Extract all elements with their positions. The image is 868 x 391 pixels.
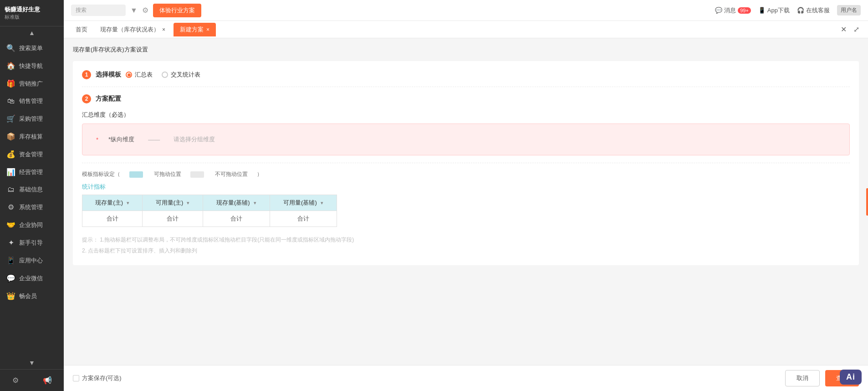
tab-inventory-close-icon[interactable]: × bbox=[162, 26, 165, 33]
dimension-box[interactable]: * *纵向维度 —— 请选择分组维度 bbox=[82, 123, 850, 155]
step1-divider bbox=[82, 87, 850, 87]
speaker-icon[interactable]: 📢 bbox=[40, 373, 55, 387]
radio-summary-label: 汇总表 bbox=[135, 71, 153, 79]
sidebar-item-marketing[interactable]: 🎁 营销推广 bbox=[0, 75, 64, 93]
sidebar-item-inventory[interactable]: 📦 库存核算 bbox=[0, 128, 64, 145]
bottom-bar: 方案保存(可选) 取消 查询 bbox=[64, 365, 868, 391]
sidebar-scroll-down[interactable]: ▼ bbox=[0, 356, 64, 369]
col-available-main-label: 可用量(主) bbox=[156, 199, 184, 207]
phone-icon: 📱 bbox=[6, 256, 15, 265]
sidebar-label-guide: 新手引导 bbox=[19, 239, 43, 247]
sidebar-item-cooperation[interactable]: 🤝 企业协同 bbox=[0, 216, 64, 234]
sidebar-item-member[interactable]: 👑 畅会员 bbox=[0, 287, 64, 305]
tab-inventory-label: 现存量（库存状况表） bbox=[100, 26, 159, 34]
app-edition: 标准版 bbox=[5, 14, 59, 21]
col-available-main-header[interactable]: 可用量(主) ▾ bbox=[143, 195, 203, 211]
sidebar-item-shortcut[interactable]: 🏠 快捷导航 bbox=[0, 57, 64, 75]
app-download-item[interactable]: 📱 App下载 bbox=[758, 6, 790, 15]
app-name: 畅赚通好生意 bbox=[5, 5, 59, 14]
tab-new-plan[interactable]: 新建方案 × bbox=[174, 23, 216, 36]
tab-new-plan-close-icon[interactable]: × bbox=[206, 26, 209, 33]
save-check-label[interactable]: 方案保存(可选) bbox=[73, 374, 122, 382]
search-box: 搜索 bbox=[71, 5, 126, 16]
col-available-main-chevron[interactable]: ▾ bbox=[187, 200, 189, 206]
indicator-table: 现存量(主) ▾ 可用量(主) ▾ bbox=[82, 195, 337, 227]
legend-suffix-label: ） bbox=[257, 170, 262, 178]
message-count-badge: 99+ bbox=[738, 7, 751, 14]
col-available-aux-chevron[interactable]: ▾ bbox=[321, 200, 323, 206]
step2-num: 2 bbox=[82, 94, 91, 103]
table-header-row: 现存量(主) ▾ 可用量(主) ▾ bbox=[82, 195, 337, 211]
draggable-legend-box bbox=[129, 171, 143, 178]
app-download-label: App下载 bbox=[767, 6, 790, 15]
sidebar-item-guide[interactable]: ✦ 新手引导 bbox=[0, 234, 64, 252]
scroll-down-icon[interactable]: ▼ bbox=[29, 359, 35, 366]
money-icon: 💰 bbox=[6, 150, 15, 159]
dim-dash: —— bbox=[148, 136, 160, 143]
step1-header: 1 选择模板 汇总表 交叉统计表 bbox=[82, 70, 850, 79]
save-checkbox[interactable] bbox=[73, 375, 79, 381]
radio-cross-label: 交叉统计表 bbox=[171, 71, 200, 79]
template-radio-group: 汇总表 交叉统计表 bbox=[126, 71, 200, 79]
tip-2: 2. 点击标题栏下拉可设置排序、插入列和删除列 bbox=[82, 245, 850, 256]
col-present-main-header[interactable]: 现存量(主) ▾ bbox=[82, 195, 143, 211]
sidebar-item-sales[interactable]: 🛍 销售管理 bbox=[0, 93, 64, 110]
radio-cross[interactable]: 交叉统计表 bbox=[162, 71, 200, 79]
sidebar-item-finance[interactable]: 💰 资金管理 bbox=[0, 145, 64, 163]
user-avatar[interactable]: 用户名 bbox=[837, 5, 861, 15]
customer-service-label: 在线客服 bbox=[806, 6, 830, 15]
col-present-main-chevron[interactable]: ▾ bbox=[127, 200, 129, 206]
experience-button[interactable]: 体验行业方案 bbox=[153, 4, 201, 17]
tab-inventory-status[interactable]: 现存量（库存状况表） × bbox=[94, 23, 172, 36]
sidebar-item-search[interactable]: 🔍 搜索菜单 bbox=[0, 39, 64, 57]
user-name: 用户名 bbox=[841, 7, 857, 13]
bag-icon: 🛍 bbox=[6, 97, 15, 105]
home-icon: 🏠 bbox=[6, 62, 15, 70]
vertical-dim-label: *纵向维度 bbox=[108, 135, 134, 144]
sidebar-item-appstore[interactable]: 📱 应用中心 bbox=[0, 252, 64, 269]
sidebar-label-basic: 基础信息 bbox=[19, 185, 43, 194]
tabs-bar: 首页 现存量（库存状况表） × 新建方案 × ✕ ⤢ bbox=[64, 21, 868, 38]
cancel-button[interactable]: 取消 bbox=[785, 370, 820, 386]
fixed-legend-box bbox=[190, 171, 204, 178]
col-present-aux-header[interactable]: 现存量(基辅) ▾ bbox=[203, 195, 270, 211]
customer-service-item[interactable]: 🎧 在线客服 bbox=[797, 6, 830, 15]
sidebar-item-basic[interactable]: 🗂 基础信息 bbox=[0, 181, 64, 198]
col-available-aux-header[interactable]: 可用量(基辅) ▾ bbox=[270, 195, 337, 211]
expand-icon[interactable]: ⤢ bbox=[852, 25, 861, 34]
sidebar-label-search: 搜索菜单 bbox=[19, 44, 43, 52]
settings-icon[interactable]: ⚙ bbox=[10, 373, 21, 387]
cell-available-main-sub: 合计 bbox=[143, 211, 203, 227]
tab-new-plan-label: 新建方案 bbox=[180, 26, 204, 34]
scroll-up-icon[interactable]: ▲ bbox=[29, 29, 35, 36]
ai-badge[interactable]: Ai bbox=[840, 370, 862, 385]
step2-header: 2 方案配置 bbox=[82, 94, 850, 103]
draggable-label: 可拖动位置 bbox=[154, 170, 181, 178]
sidebar-label-system: 系统管理 bbox=[19, 203, 43, 211]
sidebar-item-wechat[interactable]: 💬 企业微信 bbox=[0, 269, 64, 287]
sidebar-label-member: 畅会员 bbox=[19, 292, 37, 300]
radio-summary-circle bbox=[126, 72, 132, 78]
sidebar-item-purchase[interactable]: 🛒 采购管理 bbox=[0, 110, 64, 128]
sidebar-scroll-up[interactable]: ▲ bbox=[0, 26, 64, 39]
radio-summary[interactable]: 汇总表 bbox=[126, 71, 153, 79]
box-icon: 📦 bbox=[6, 132, 15, 141]
sidebar-item-system[interactable]: ⚙ 系统管理 bbox=[0, 198, 64, 216]
radio-cross-circle bbox=[162, 72, 168, 78]
topbar-settings-icon[interactable]: ⚙ bbox=[142, 6, 148, 15]
topbar: 搜索 ▼ ⚙ 体验行业方案 💬 消息 99+ 📱 App下载 🎧 在线客服 用户… bbox=[64, 0, 868, 21]
cell-available-aux-sub: 合计 bbox=[270, 211, 337, 227]
col-present-aux-label: 现存量(基辅) bbox=[216, 199, 250, 207]
message-badge-item[interactable]: 💬 消息 99+ bbox=[715, 6, 751, 15]
sidebar-label-purchase: 采购管理 bbox=[19, 115, 43, 123]
step2-title: 方案配置 bbox=[96, 95, 121, 103]
sidebar-item-operations[interactable]: 📊 经营管理 bbox=[0, 163, 64, 181]
chat-icon: 💬 bbox=[6, 274, 15, 283]
topbar-gear-icon[interactable]: ▼ bbox=[130, 6, 138, 15]
col-present-aux-chevron[interactable]: ▾ bbox=[254, 200, 256, 206]
step1-title: 选择模板 bbox=[96, 71, 121, 79]
dim-placeholder: 请选择分组维度 bbox=[174, 135, 215, 144]
fixed-label: 不可拖动位置 bbox=[215, 170, 248, 178]
tab-home[interactable]: 首页 bbox=[71, 23, 92, 36]
close-window-icon[interactable]: ✕ bbox=[839, 25, 848, 34]
